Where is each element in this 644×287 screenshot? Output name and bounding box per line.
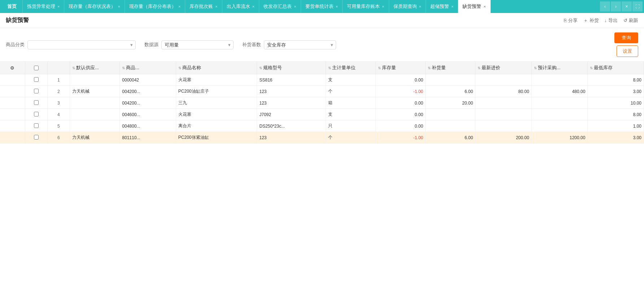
page-title: 缺货预警 [6,17,29,24]
tab-prev-button[interactable]: ‹ [600,1,610,12]
cell-checkbox[interactable] [25,120,47,132]
sort-icon: ⇅ [72,66,75,70]
col-stock-label: 库存量 [382,65,396,71]
replenish-base-select[interactable]: 安全库存 [264,40,336,49]
cell-checkbox[interactable] [25,74,47,86]
select-all-checkbox[interactable] [34,66,39,70]
filter-actions: 查询 设置 [614,32,638,57]
cell-estpurchase [531,120,588,132]
table-row[interactable]: 2 力天机械 004200... PC200油缸庄子 123 个 -1.00 6… [0,86,644,97]
cell-replenish: 20.00 [426,97,475,109]
tab-label: 缺货预警 [462,3,481,10]
tab-close-icon[interactable]: × [294,4,296,9]
row-checkbox[interactable] [34,123,39,128]
cell-settings [0,132,25,144]
row-checkbox[interactable] [34,135,39,140]
cell-supplier [70,109,120,120]
export-button[interactable]: ↓ 导出 [605,17,618,24]
query-button[interactable]: 查询 [614,32,638,43]
col-spec-label: 规格型号 [263,65,282,71]
col-goodsname-label: 商品名称 [182,65,201,71]
tab-label: 库存批次账 [190,3,213,10]
cell-unit: 箱 [326,97,375,109]
export-label: 导出 [608,17,618,24]
tab-close-icon[interactable]: × [215,4,217,9]
row-checkbox[interactable] [34,100,39,105]
cell-checkbox[interactable] [25,109,47,120]
tab-inventory-status[interactable]: 现存量（库存状况表） × [64,0,125,13]
share-button[interactable]: ⎘ 分享 [564,17,578,24]
table-row[interactable]: 3 004200... 三九 123 箱 0.00 20.00 10.00 [0,97,644,109]
cell-settings [0,86,25,97]
table-row[interactable]: 6 力天机械 801110... PC200张紧油缸 123 个 -1.00 6… [0,132,644,144]
table-row[interactable]: 4 004600... 火花塞 J7092 支 0.00 8.00 [0,109,644,120]
cell-rownum: 4 [47,109,70,120]
tab-label: 收发存汇总表 [264,3,292,10]
category-select[interactable] [27,40,136,49]
cell-goodscode: 004600... [120,109,176,120]
tab-demand-stat[interactable]: 要货单统计表 × [301,0,343,13]
cell-supplier: 力天机械 [70,132,120,144]
tab-next-button[interactable]: › [611,1,621,12]
table-row[interactable]: 5 004800... 离合片 DS250*23c... 只 0.00 1.00 [0,120,644,132]
header-actions: ⎘ 分享 ＋ 补货 ↓ 导出 ↺ 刷新 [564,17,639,24]
column-settings-icon[interactable]: ⚙ [10,65,14,71]
share-label: 分享 [568,17,578,24]
tab-close-all-button[interactable]: × [622,1,632,12]
cell-replenish [426,109,475,120]
tab-expiry-query[interactable]: 保质期查询 × [389,0,426,13]
cell-minstock: 10.00 [588,97,644,109]
tab-close-icon[interactable]: × [57,4,60,9]
tab-nav-buttons: ‹ › × ⛶ [600,1,643,12]
cell-checkbox[interactable] [25,132,47,144]
settings-button[interactable]: 设置 [617,45,638,57]
cell-estpurchase: 1200.00 [531,132,588,144]
tab-close-icon[interactable]: × [483,4,486,9]
col-replenish-label: 补货量 [432,65,446,71]
tab-close-icon[interactable]: × [382,4,384,9]
col-rownum-header [47,62,70,74]
cell-goodsname: PC200油缸庄子 [176,86,257,97]
col-latestprice-header: ⇅ 最新进价 [475,62,532,74]
cell-goodscode: 004200... [120,86,176,97]
datasource-filter-group: 数据源 可用量 [144,40,234,49]
col-goodsname-header: ⇅ 商品名称 [176,62,257,74]
tab-inout-flow[interactable]: 出入库流水 × [222,0,259,13]
tab-close-icon[interactable]: × [118,4,120,9]
row-checkbox[interactable] [34,112,39,116]
replenish-base-filter-group: 补货基数 安全库存 [242,40,336,49]
refresh-button[interactable]: ↺ 刷新 [623,17,638,24]
tab-label: 保质期查询 [393,3,417,10]
cell-spec: J7092 [257,109,326,120]
tab-available-ledger[interactable]: 可用量库存账本 × [343,0,389,13]
tab-close-icon[interactable]: × [451,4,453,9]
sort-icon: ⇅ [122,66,125,70]
tab-label: 超储预警 [430,3,449,10]
row-checkbox[interactable] [34,89,39,93]
cell-checkbox[interactable] [25,97,47,109]
cell-checkbox[interactable] [25,86,47,97]
tab-close-icon[interactable]: × [336,4,338,9]
tab-overstock-warning[interactable]: 超储预警 × [426,0,458,13]
tab-close-icon[interactable]: × [419,4,421,9]
tab-batch-account[interactable]: 库存批次账 × [185,0,222,13]
tab-close-icon[interactable]: × [252,4,254,9]
cell-latestprice [475,74,532,86]
tab-fullscreen-button[interactable]: ⛶ [632,1,643,12]
datasource-select[interactable]: 可用量 [161,40,234,49]
row-checkbox[interactable] [34,77,39,82]
tab-home[interactable]: 首页 [1,0,23,13]
replenish-button[interactable]: ＋ 补货 [583,17,599,24]
col-spec-header: ⇅ 规格型号 [257,62,326,74]
cell-minstock: 3.00 [588,132,644,144]
cell-stock: 0.00 [375,74,425,86]
tab-home-label: 首页 [7,3,17,10]
tab-abnormal[interactable]: 拣货异常处理 × [23,0,64,13]
tab-shortage-warning[interactable]: 缺货预警 × [458,0,490,13]
table-row[interactable]: 1 0000042 火花塞 SS816 支 0.00 8.00 [0,74,644,86]
tab-collect-summary[interactable]: 收发存汇总表 × [259,0,301,13]
cell-unit: 个 [326,132,375,144]
tab-inventory-dist[interactable]: 现存量（库存分布表） × [125,0,185,13]
cell-supplier [70,97,120,109]
tab-close-icon[interactable]: × [178,4,180,9]
